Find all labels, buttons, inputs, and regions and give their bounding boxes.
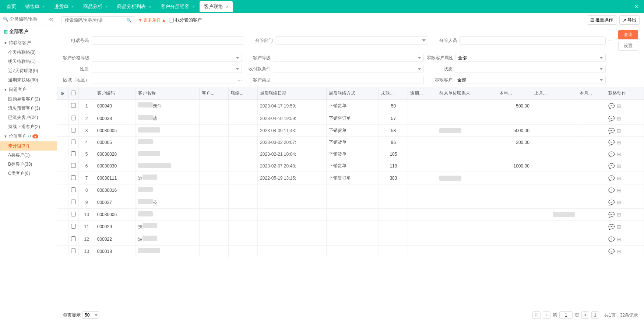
chat-icon[interactable]: 💬 <box>608 236 615 242</box>
filter-search-icon[interactable]: 🔍 <box>126 18 132 23</box>
td-checkbox[interactable] <box>68 100 78 112</box>
chat-icon[interactable]: 💬 <box>608 175 615 181</box>
last-way-link[interactable]: 下销售订单 <box>329 175 351 180</box>
reset-button[interactable]: 设置 <box>618 41 638 51</box>
tab-customer-contact[interactable]: 客户联络 × <box>200 1 233 12</box>
sidebar-item-hoarding[interactable]: 囤购异常客户(2) <box>0 95 57 104</box>
sidebar-item-declining[interactable]: 持续下滑客户(2) <box>0 122 57 131</box>
all-customers-title[interactable]: ⊞ 全部客户 <box>0 25 57 38</box>
grid-action-icon[interactable]: ⊞ <box>617 187 621 193</box>
close-all-icon[interactable]: × <box>632 2 641 11</box>
chat-icon[interactable]: 💬 <box>608 151 615 157</box>
chat-icon[interactable]: 💬 <box>608 140 615 145</box>
chat-icon[interactable]: 💬 <box>608 187 615 193</box>
grid-action-icon[interactable]: ⊞ <box>617 200 621 205</box>
sidebar-item-loss-warning[interactable]: 流失预警客户(3) <box>0 104 57 113</box>
value-customer-title[interactable]: ▼ 价值客户 ↺ ● <box>0 131 57 141</box>
retailattr-select[interactable]: 全部 <box>455 54 606 62</box>
status-select[interactable] <box>455 65 606 73</box>
sidebar-collapse-btn[interactable]: ≪ <box>48 16 54 22</box>
row-checkbox[interactable] <box>71 175 76 180</box>
grid-action-icon[interactable]: ⊞ <box>617 224 621 230</box>
nature-select[interactable] <box>91 65 242 73</box>
sidebar-item-lost[interactable]: 已流失客户(24) <box>0 113 57 122</box>
row-checkbox[interactable] <box>71 163 76 168</box>
last-way-link[interactable]: 下销货单 <box>329 103 346 108</box>
page-number-input[interactable] <box>559 311 573 319</box>
chat-icon[interactable]: 💬 <box>608 163 615 169</box>
filter-more-conditions[interactable]: ▼ 更多条件 ▲ <box>138 17 166 23</box>
row-checkbox[interactable] <box>71 128 76 133</box>
th-contact[interactable]: 联络... <box>229 87 258 100</box>
td-checkbox[interactable] <box>68 160 78 172</box>
retailcustomer-select[interactable]: 全部 <box>455 76 606 84</box>
tab-salesorder[interactable]: 销售单 × <box>21 1 49 12</box>
td-checkbox[interactable] <box>68 172 78 184</box>
tab-product-analysis[interactable]: 商品分析 × <box>79 1 112 12</box>
my-customers-checkbox[interactable] <box>169 18 174 22</box>
grid-action-icon[interactable]: ⊞ <box>617 128 621 134</box>
chat-icon[interactable]: 💬 <box>608 128 615 134</box>
close-product-list-icon[interactable]: × <box>149 4 151 9</box>
th-last-date[interactable]: 最后联络日期 <box>258 87 327 100</box>
payment-select[interactable] <box>273 65 424 73</box>
chat-icon[interactable]: 💬 <box>608 200 615 205</box>
customertype-input[interactable] <box>273 76 424 84</box>
manager-more-icon[interactable]: ··· <box>608 38 612 43</box>
grid-action-icon[interactable]: ⊞ <box>617 248 621 254</box>
td-checkbox[interactable] <box>68 221 78 233</box>
close-salesorder-icon[interactable]: × <box>42 4 45 9</box>
last-way-link[interactable]: 下销货单 <box>329 128 346 133</box>
td-checkbox[interactable] <box>68 233 78 246</box>
filter-search-box[interactable]: 🔍 <box>61 16 135 24</box>
region-more-icon[interactable]: ··· <box>237 77 242 83</box>
sidebar-item-today[interactable]: 今天待联络(0) <box>0 48 57 57</box>
pending-contact-title[interactable]: ▼ 待联络客户 <box>0 38 57 48</box>
last-page-button[interactable]: 1 <box>591 311 599 319</box>
refresh-icon[interactable]: ↺ <box>28 134 31 139</box>
last-way-link[interactable]: 下销货单 <box>329 140 346 145</box>
sidebar-item-week[interactable]: 近7天待联络(0) <box>0 66 57 75</box>
last-way-link[interactable]: 下销售订单 <box>329 116 351 121</box>
grid-action-icon[interactable]: ⊞ <box>617 103 621 109</box>
sidebar-item-ungroup[interactable]: 未分组(32) <box>0 141 57 151</box>
th-last-month[interactable]: 上月... <box>532 87 577 100</box>
dept-select[interactable] <box>275 36 428 45</box>
td-checkbox[interactable] <box>68 246 78 257</box>
td-checkbox[interactable] <box>68 148 78 160</box>
row-checkbox[interactable] <box>71 236 76 241</box>
th-partner-contact[interactable]: 往来单位联系人 <box>437 87 497 100</box>
close-contact-icon[interactable]: × <box>226 4 228 9</box>
sidebar-item-class-b[interactable]: B类客户(33) <box>0 160 57 169</box>
th-not-contact[interactable]: 未联... <box>379 87 408 100</box>
sidebar-item-class-a[interactable]: A类客户(1) <box>0 151 57 160</box>
grid-action-icon[interactable]: ⊞ <box>617 236 621 242</box>
th-overdue[interactable]: 逾期... <box>408 87 437 100</box>
th-settings[interactable]: ⚙ <box>57 87 68 100</box>
chat-icon[interactable]: 💬 <box>608 212 615 218</box>
td-checkbox[interactable] <box>68 209 78 221</box>
th-checkbox[interactable] <box>68 87 78 100</box>
filter-search-input[interactable] <box>65 18 126 23</box>
export-button[interactable]: ↗ 导出 <box>619 15 640 25</box>
prev-page-button[interactable]: < <box>543 311 550 319</box>
region-input[interactable] <box>92 76 235 84</box>
chat-icon[interactable]: 💬 <box>608 116 615 121</box>
row-checkbox[interactable] <box>71 103 76 108</box>
tab-customer-segment[interactable]: 客户分层经客 × <box>156 1 199 12</box>
first-page-button[interactable]: K <box>532 311 541 319</box>
th-this-year[interactable]: 本年... <box>497 87 532 100</box>
manager-input[interactable] <box>459 36 606 45</box>
row-checkbox[interactable] <box>71 200 76 204</box>
next-page-button[interactable]: > <box>581 311 589 319</box>
th-last-way[interactable]: 最后联络方式 <box>326 87 379 100</box>
row-checkbox[interactable] <box>71 151 76 156</box>
query-button[interactable]: 查询 <box>618 30 638 39</box>
close-product-analysis-icon[interactable]: × <box>105 4 108 9</box>
problem-customer-title[interactable]: ▼ 问题客户 <box>0 85 57 95</box>
tab-product-list[interactable]: 商品分析列表 × <box>113 1 155 12</box>
row-checkbox[interactable] <box>71 212 76 216</box>
close-purchase-icon[interactable]: × <box>71 4 74 9</box>
phone-input[interactable] <box>91 36 244 45</box>
grid-action-icon[interactable]: ⊞ <box>617 116 621 121</box>
